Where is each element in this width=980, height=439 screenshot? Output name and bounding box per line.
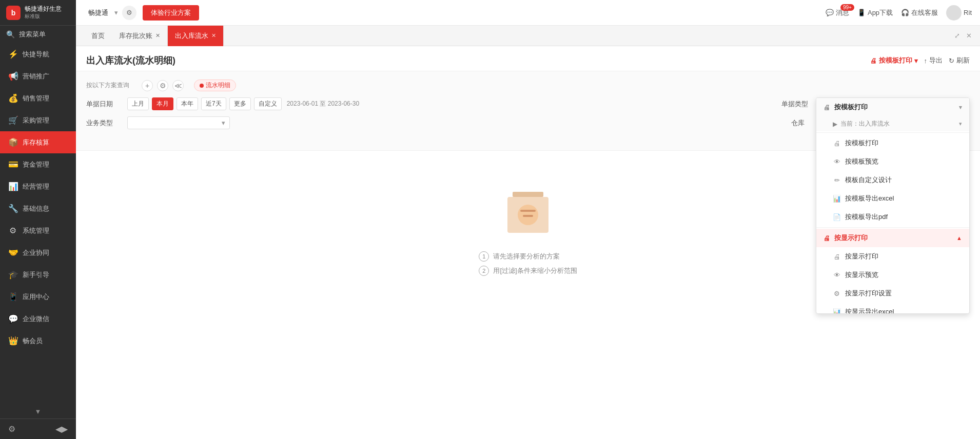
export-btn[interactable]: ↑ 导出 [924, 56, 943, 65]
sidebar-item-system[interactable]: ⚙ 系统管理 [0, 220, 76, 242]
user-avatar-area[interactable]: Rit [946, 5, 972, 21]
sidebar-item-appstore[interactable]: 📱 应用中心 [0, 286, 76, 308]
tabs-bar: 首页 库存批次账 ✕ 出入库流水 ✕ ⤢ ✕ [76, 26, 980, 46]
panel-item-template-export-excel[interactable]: 📊 按模板导出excel [816, 189, 969, 208]
sidebar-item-finance[interactable]: 💳 资金管理 [0, 153, 76, 175]
panel-item-display-print[interactable]: 🖨 按显示打印 [816, 247, 969, 266]
date-range-display: 2023-06-01 至 2023-06-30 [287, 99, 359, 108]
sidebar-scroll-down[interactable]: ▼ [0, 405, 76, 418]
sidebar-item-marketing[interactable]: 📢 营销推广 [0, 65, 76, 87]
date-label: 单据日期 [86, 99, 117, 109]
type-label: 单据类型 [781, 99, 812, 109]
enterprise-icon: 🤝 [8, 248, 17, 257]
tab-home[interactable]: 首页 [84, 26, 112, 46]
tab-close-stock-flow[interactable]: ✕ [211, 32, 216, 39]
refresh-btn[interactable]: ↻ 刷新 [949, 56, 970, 65]
filter-tag-dot [200, 84, 204, 88]
display-excel-icon: 📊 [833, 308, 841, 314]
tab-inventory-batch[interactable]: 库存批次账 ✕ [112, 26, 168, 46]
template-preview-icon: 👁 [833, 158, 841, 166]
user-dropdown-arrow[interactable]: ▾ [114, 9, 118, 16]
panel-item-template-print[interactable]: 🖨 按模板打印 [816, 134, 969, 152]
date-btn-7-days[interactable]: 近7天 [201, 97, 226, 110]
sidebar-settings-icon[interactable]: ⚙ [8, 424, 15, 434]
sidebar-item-guide[interactable]: 🎓 新手引导 [0, 264, 76, 286]
template-pdf-icon: 📄 [833, 213, 841, 221]
panel-print-icon: 🖨 [824, 104, 830, 111]
date-btn-more[interactable]: 更多 [229, 97, 251, 110]
main-area: 畅捷通 ▾ ⚙ 体验行业方案 💬 消息 99+ 📱 App下载 🎧 [76, 0, 980, 439]
sidebar-item-sales[interactable]: 💰 销售管理 [0, 87, 76, 109]
filter-settings-button[interactable]: ⚙ [157, 80, 168, 91]
svg-rect-4 [523, 215, 533, 217]
user-display-name: Rit [964, 9, 972, 16]
topbar: 畅捷通 ▾ ⚙ 体验行业方案 💬 消息 99+ 📱 App下载 🎧 [76, 0, 980, 26]
logo-icon: b [6, 6, 21, 20]
panel-divider-1 [816, 132, 969, 133]
app-download-icon: 📱 [857, 9, 866, 16]
panel-item-display-print-settings[interactable]: ⚙ 按显示打印设置 [816, 284, 969, 303]
sidebar-item-basic[interactable]: 🔧 基础信息 [0, 197, 76, 220]
message-badge: 99+ [840, 4, 854, 11]
headset-icon: 🎧 [901, 9, 909, 16]
print-template-btn[interactable]: 🖨 按模板打印 ▾ [870, 56, 918, 65]
sales-icon: 💰 [8, 93, 17, 103]
business-label: 业务类型 [86, 118, 117, 128]
panel-section-display[interactable]: 🖨 按显示打印 ▲ [816, 229, 969, 247]
date-btn-last-month[interactable]: 上月 [127, 97, 149, 110]
trial-btn[interactable]: 体验行业方案 [143, 5, 199, 21]
date-btn-this-month[interactable]: 本月 [152, 97, 173, 110]
topbar-left: 畅捷通 ▾ ⚙ 体验行业方案 [84, 5, 826, 21]
panel-divider-2 [816, 227, 969, 228]
sidebar-item-member[interactable]: 👑 畅会员 [0, 330, 76, 352]
panel-item-template-custom[interactable]: ✏ 模板自定义设计 [816, 171, 969, 189]
panel-current-item[interactable]: ▶ 当前：出入库流水 ▾ [816, 116, 969, 131]
panel-item-display-export-excel[interactable]: 📊 按显示导出excel [816, 303, 969, 313]
tab-stock-flow[interactable]: 出入库流水 ✕ [168, 26, 224, 46]
app-download-label: App下载 [868, 8, 893, 17]
sidebar-collapse-icon[interactable]: ◀▶ [55, 424, 68, 434]
sidebar-item-enterprise[interactable]: 🤝 企业协同 [0, 242, 76, 264]
sidebar: b 畅捷通好生意 标准版 🔍 搜索菜单 ⚡ 快捷导航 📢 营销推广 💰 销售管理 [0, 0, 76, 439]
topbar-gear-button[interactable]: ⚙ [122, 6, 136, 20]
inventory-icon: 📦 [8, 137, 17, 147]
printer-icon: 🖨 [870, 57, 877, 65]
filter-tag-shuimingxi[interactable]: 流水明细 [194, 79, 236, 91]
sidebar-item-wechat[interactable]: 💬 企业微信 [0, 308, 76, 330]
guide-icon: 🎓 [8, 270, 17, 280]
empty-state-steps: 1 请先选择要分析的方案 2 用[过滤]条件来缩小分析范围 [479, 251, 577, 276]
operations-icon: 📊 [8, 182, 17, 191]
template-custom-icon: ✏ [833, 176, 841, 184]
tab-close-inventory-batch[interactable]: ✕ [155, 32, 160, 39]
step-num-2: 2 [479, 266, 489, 276]
purchase-icon: 🛒 [8, 115, 17, 125]
panel-item-template-preview[interactable]: 👁 按模板预览 [816, 152, 969, 171]
online-service-button[interactable]: 🎧 在线客服 [901, 8, 938, 17]
business-select-arrow-icon: ▾ [222, 119, 225, 127]
date-btn-this-year[interactable]: 本年 [177, 97, 198, 110]
filter-add-button[interactable]: + [142, 80, 153, 91]
content-area: 出入库流水(流水明细) 🖨 按模板打印 ▾ ↑ 导出 ↻ 刷新 [76, 46, 980, 439]
panel-header-template[interactable]: 🖨 按模板打印 ▾ [816, 98, 969, 116]
sidebar-item-quick-nav[interactable]: ⚡ 快捷导航 [0, 43, 76, 65]
refresh-icon: ↻ [949, 57, 954, 65]
message-icon: 💬 [826, 9, 834, 16]
empty-step-2: 2 用[过滤]条件来缩小分析范围 [479, 266, 577, 276]
panel-item-template-export-pdf[interactable]: 📄 按模板导出pdf [816, 208, 969, 226]
template-excel-icon: 📊 [833, 195, 841, 203]
messages-button[interactable]: 💬 消息 99+ [826, 8, 849, 17]
business-select[interactable]: ▾ [127, 116, 230, 129]
search-menu[interactable]: 🔍 搜索菜单 [0, 26, 76, 43]
date-options: 上月 本月 本年 近7天 更多 自定义 2023-06-01 至 2023-06… [127, 97, 359, 110]
panel-item-display-preview[interactable]: 👁 按显示预览 [816, 266, 969, 284]
sidebar-item-operations[interactable]: 📊 经营管理 [0, 175, 76, 197]
sidebar-item-purchase[interactable]: 🛒 采购管理 [0, 109, 76, 131]
date-btn-custom[interactable]: 自定义 [254, 97, 282, 110]
expand-icon: ⤢ [954, 32, 960, 39]
filter-collapse-btn[interactable]: ≪ [172, 80, 184, 91]
app-download-button[interactable]: 📱 App下载 [857, 8, 893, 17]
avatar [946, 5, 962, 21]
sidebar-footer: ⚙ ◀▶ [0, 418, 76, 439]
tab-expand-button[interactable]: ⤢ ✕ [954, 32, 972, 39]
sidebar-item-inventory[interactable]: 📦 库存核算 [0, 131, 76, 153]
